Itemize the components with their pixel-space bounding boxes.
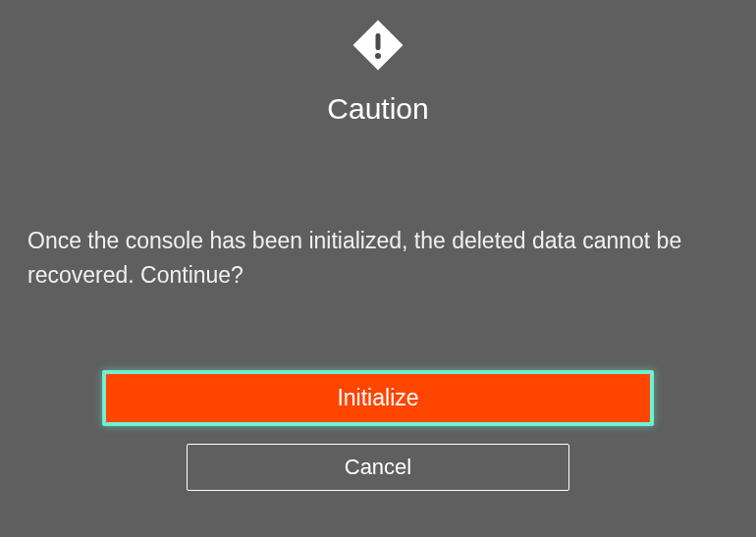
cancel-button[interactable]: Cancel [187,444,569,491]
svg-point-2 [375,53,381,59]
initialize-button[interactable]: Initialize [102,370,654,426]
button-group: Initialize Cancel [102,370,654,491]
dialog-message: Once the console has been initialized, t… [0,224,756,292]
caution-dialog: Caution Once the console has been initia… [0,0,756,537]
dialog-title: Caution [327,92,428,126]
caution-icon-wrapper [349,16,407,75]
caution-icon [349,16,407,75]
svg-rect-1 [376,33,381,50]
